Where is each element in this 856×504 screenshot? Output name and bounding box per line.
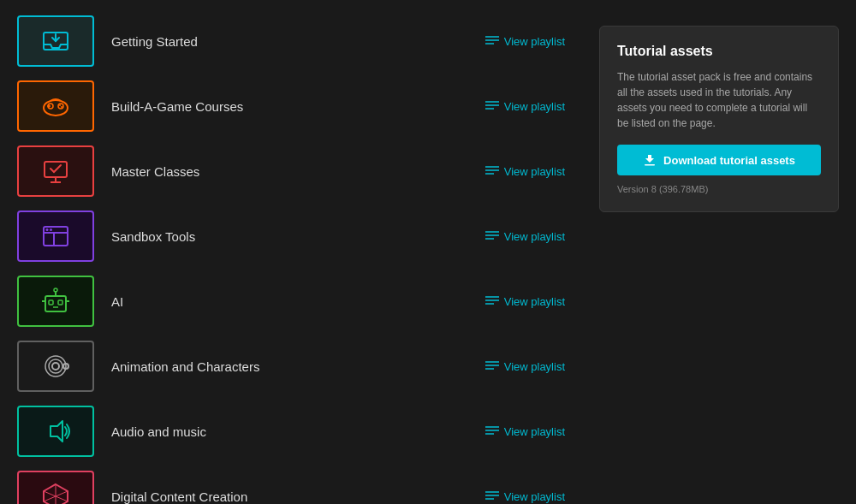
- course-item-ai[interactable]: AI View playlist: [0, 269, 582, 334]
- version-text: Version 8 (396.78MB): [617, 184, 821, 194]
- view-playlist-audio-music[interactable]: View playlist: [485, 425, 565, 438]
- download-tutorial-assets-button[interactable]: Download tutorial assets: [617, 145, 821, 175]
- svg-point-40: [52, 363, 59, 370]
- svg-point-25: [50, 228, 52, 231]
- view-playlist-getting-started[interactable]: View playlist: [485, 35, 565, 48]
- course-name-master-classes: Master Classes: [111, 164, 485, 179]
- right-panel: Tutorial assets The tutorial asset pack …: [582, 0, 856, 504]
- course-item-getting-started[interactable]: Getting Started View playlist: [0, 9, 582, 74]
- course-icon-getting-started: [17, 15, 94, 67]
- course-name-animation-characters: Animation and Characters: [111, 359, 485, 374]
- svg-point-34: [54, 288, 57, 292]
- course-name-sandbox-tools: Sandbox Tools: [111, 229, 485, 244]
- course-name-ai: AI: [111, 294, 485, 309]
- view-playlist-digital-content[interactable]: View playlist: [485, 490, 565, 503]
- playlist-list-icon: [485, 360, 499, 372]
- playlist-list-icon: [485, 100, 499, 112]
- svg-point-7: [58, 104, 63, 109]
- view-playlist-build-a-game[interactable]: View playlist: [485, 100, 565, 113]
- tutorial-panel-description: The tutorial asset pack is free and cont…: [617, 69, 821, 131]
- playlist-list-icon: [485, 425, 499, 437]
- course-name-digital-content: Digital Content Creation: [111, 489, 485, 504]
- playlist-list-icon: [485, 230, 499, 242]
- course-name-audio-music: Audio and music: [111, 424, 485, 439]
- svg-point-11: [61, 106, 62, 108]
- course-item-animation-characters[interactable]: Animation and Characters View playlist: [0, 334, 582, 399]
- course-item-audio-music[interactable]: Audio and music View playlist: [0, 399, 582, 464]
- view-playlist-animation-characters[interactable]: View playlist: [485, 360, 565, 373]
- course-icon-build-a-game: [17, 80, 94, 132]
- playlist-list-icon: [485, 165, 499, 177]
- svg-rect-30: [49, 300, 53, 305]
- course-item-digital-content[interactable]: Digital Content Creation View playlist: [0, 464, 582, 504]
- view-playlist-sandbox-tools[interactable]: View playlist: [485, 230, 565, 243]
- course-icon-sandbox-tools: [17, 210, 94, 262]
- main-container: Getting Started View playlist Build-A-Ga…: [0, 0, 856, 504]
- course-icon-audio-music: [17, 406, 94, 457]
- svg-point-5: [44, 100, 68, 116]
- left-panel: Getting Started View playlist Build-A-Ga…: [0, 0, 582, 504]
- svg-point-10: [59, 104, 61, 106]
- course-name-getting-started: Getting Started: [111, 34, 485, 49]
- playlist-list-icon: [485, 35, 499, 47]
- svg-point-41: [49, 359, 62, 373]
- download-icon: [643, 153, 657, 167]
- tutorial-assets-panel: Tutorial assets The tutorial asset pack …: [599, 26, 839, 212]
- svg-rect-58: [645, 164, 655, 166]
- course-icon-ai: [17, 276, 94, 327]
- playlist-list-icon: [485, 295, 499, 307]
- svg-marker-47: [51, 421, 62, 442]
- course-name-build-a-game: Build-A-Game Courses: [111, 99, 485, 114]
- course-icon-master-classes: [17, 145, 94, 197]
- course-icon-digital-content: [17, 471, 94, 504]
- course-icon-animation-characters: [17, 341, 94, 392]
- course-item-build-a-game[interactable]: Build-A-Game Courses View playlist: [0, 74, 582, 139]
- svg-rect-31: [58, 300, 62, 305]
- course-item-master-classes[interactable]: Master Classes View playlist: [0, 139, 582, 204]
- course-item-sandbox-tools[interactable]: Sandbox Tools View playlist: [0, 204, 582, 269]
- tutorial-panel-title: Tutorial assets: [617, 44, 821, 59]
- view-playlist-master-classes[interactable]: View playlist: [485, 165, 565, 178]
- svg-point-24: [46, 228, 49, 231]
- view-playlist-ai[interactable]: View playlist: [485, 295, 565, 308]
- download-button-label: Download tutorial assets: [663, 154, 795, 167]
- playlist-list-icon: [485, 490, 499, 502]
